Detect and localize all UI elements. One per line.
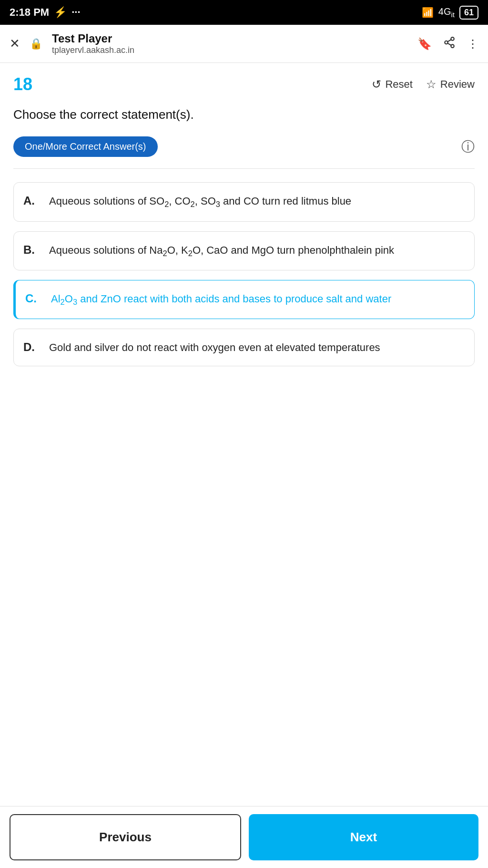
option-b[interactable]: B. Aqueous solutions of Na2O, K2O, CaO a… xyxy=(13,231,475,270)
option-c[interactable]: C. Al2O3 and ZnO react with both acids a… xyxy=(13,280,475,319)
more-options-icon[interactable]: ⋮ xyxy=(467,37,478,51)
previous-button[interactable]: Previous xyxy=(10,814,241,860)
answer-type-badge: One/More Correct Answer(s) xyxy=(13,136,158,157)
option-d-label: D. xyxy=(23,340,41,354)
status-dots: ··· xyxy=(71,6,80,19)
option-c-text: Al2O3 and ZnO react with both acids and … xyxy=(51,291,391,308)
status-bar: 2:18 PM ⚡ ··· 📶 4Git 61 xyxy=(0,0,488,25)
reset-icon: ↺ xyxy=(372,78,381,91)
status-left: 2:18 PM ⚡ ··· xyxy=(10,6,81,19)
question-header: 18 ↺ Reset ☆ Review xyxy=(13,74,475,94)
main-content: 18 ↺ Reset ☆ Review Choose the correct s… xyxy=(0,63,488,449)
browser-title: Test Player xyxy=(52,32,408,45)
status-time: 2:18 PM xyxy=(10,6,49,19)
browser-actions: 🔖 ⋮ xyxy=(417,36,478,52)
next-button[interactable]: Next xyxy=(249,814,478,860)
options-list: A. Aqueous solutions of SO2, CO2, SO3 an… xyxy=(13,182,475,366)
info-icon[interactable]: ⓘ xyxy=(461,138,475,156)
review-label: Review xyxy=(440,78,475,91)
browser-bar: ✕ 🔒 Test Player tplayervl.aakash.ac.in 🔖… xyxy=(0,25,488,63)
option-a-text: Aqueous solutions of SO2, CO2, SO3 and C… xyxy=(49,193,351,210)
status-right: 📶 4Git 61 xyxy=(422,6,478,20)
battery-bolt-icon: ⚡ xyxy=(54,6,67,19)
browser-url: tplayervl.aakash.ac.in xyxy=(52,45,408,55)
question-number: 18 xyxy=(13,74,32,94)
option-a[interactable]: A. Aqueous solutions of SO2, CO2, SO3 an… xyxy=(13,182,475,221)
question-actions: ↺ Reset ☆ Review xyxy=(372,78,475,91)
footer-spacer xyxy=(13,366,475,438)
browser-title-block: Test Player tplayervl.aakash.ac.in xyxy=(52,32,408,55)
option-d[interactable]: D. Gold and silver do not react with oxy… xyxy=(13,329,475,366)
close-tab-button[interactable]: ✕ xyxy=(10,36,20,51)
answer-type-row: One/More Correct Answer(s) ⓘ xyxy=(13,136,475,157)
question-text: Choose the correct statement(s). xyxy=(13,106,475,123)
svg-line-4 xyxy=(447,40,451,41)
reset-button[interactable]: ↺ Reset xyxy=(372,78,412,91)
option-c-label: C. xyxy=(25,291,42,305)
reset-label: Reset xyxy=(385,78,412,91)
star-icon: ☆ xyxy=(426,78,437,91)
option-a-label: A. xyxy=(23,193,41,207)
signal-icon: 📶 xyxy=(422,7,434,18)
battery-level: 61 xyxy=(459,6,478,20)
lock-icon: 🔒 xyxy=(30,38,42,50)
svg-line-3 xyxy=(447,43,451,45)
bookmark-icon[interactable]: 🔖 xyxy=(417,37,432,51)
share-icon[interactable] xyxy=(443,36,456,52)
bottom-navigation: Previous Next xyxy=(0,806,488,868)
option-b-text: Aqueous solutions of Na2O, K2O, CaO and … xyxy=(49,242,394,259)
review-button[interactable]: ☆ Review xyxy=(426,78,475,91)
section-divider xyxy=(13,168,475,169)
option-d-text: Gold and silver do not react with oxygen… xyxy=(49,340,380,355)
option-b-label: B. xyxy=(23,242,41,257)
network-label: 4Git xyxy=(438,6,455,19)
